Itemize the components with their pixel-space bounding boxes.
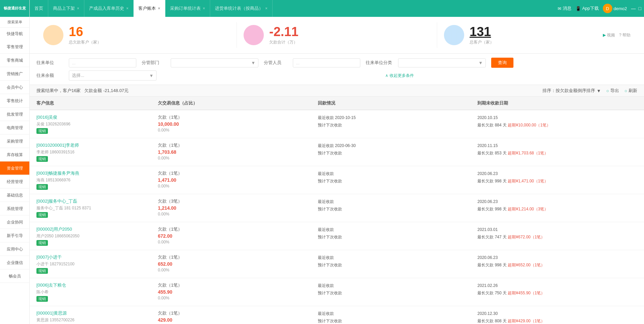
client-name-6[interactable]: [0006]去下粮仓 bbox=[36, 282, 158, 288]
quick-nav[interactable]: 快捷导航 bbox=[0, 28, 29, 40]
summary-info-3: 131 总客户（家） bbox=[470, 25, 494, 45]
sidebar-item-operations[interactable]: 经营管理 bbox=[0, 175, 29, 188]
tab-home[interactable]: 首页 bbox=[30, 0, 48, 17]
sidebar-item-retail_stats[interactable]: 零售统计 bbox=[0, 94, 29, 108]
status-tag-5: 现销 bbox=[36, 268, 48, 274]
debt-label-3: 欠款（3笔） bbox=[158, 198, 318, 204]
maximize-button[interactable]: □ bbox=[639, 6, 641, 11]
tab-close-customer_account[interactable]: × bbox=[158, 6, 160, 11]
filter-row-1: 往来单位 ... 分管部门 ▼ 分管人员 ... 往来单位分类 ▼ bbox=[36, 58, 637, 68]
person-input[interactable]: ... bbox=[293, 58, 360, 67]
debt-info-6: 欠款（1笔） 455.90 0.00% bbox=[158, 282, 318, 300]
balance-select[interactable]: 选择... ▼ bbox=[69, 70, 157, 81]
svg-rect-6 bbox=[457, 33, 461, 42]
tab-close-product_shelf[interactable]: × bbox=[77, 6, 79, 11]
department-select[interactable]: ▼ bbox=[171, 58, 258, 67]
tab-close-stock_history[interactable]: × bbox=[126, 6, 129, 11]
sidebar-item-wechat[interactable]: 企业微信 bbox=[0, 256, 29, 269]
overdue-link-6[interactable]: 超期¥455.90（1笔） bbox=[508, 291, 545, 295]
video-btn[interactable]: ▶ 视频 bbox=[603, 32, 615, 38]
due-date-1: 2020.11.15 bbox=[477, 142, 637, 150]
client-name-1[interactable]: [00010200001]李老师 bbox=[36, 142, 158, 148]
tab-close-stock_stats[interactable]: × bbox=[265, 6, 268, 11]
overdue-link-7[interactable]: 超期¥429.00（1笔） bbox=[508, 319, 545, 323]
summary-num-1: 16 bbox=[69, 25, 101, 38]
app-download-btn[interactable]: 📱 App下载 bbox=[576, 5, 599, 11]
overdue-link-5[interactable]: 超期¥652.00（1笔） bbox=[508, 263, 545, 267]
sidebar-item-purchase[interactable]: 采购管理 bbox=[0, 135, 29, 148]
minimize-button[interactable]: — bbox=[631, 6, 636, 11]
overdue-link-2[interactable]: 超期¥1,471.00（1笔） bbox=[508, 179, 548, 183]
tab-purchase_stats[interactable]: 采购订单统计表× bbox=[165, 0, 210, 17]
search-button[interactable]: 查询 bbox=[491, 58, 513, 68]
client-info-4: [000002]用户2050 用户2050 18665062050 现销 bbox=[36, 226, 158, 246]
tab-customer_account[interactable]: 客户账本× bbox=[134, 0, 165, 17]
user-avatar[interactable]: D demo2 bbox=[603, 4, 627, 13]
client-name-2[interactable]: [0003]畅捷服务尹海燕 bbox=[36, 170, 158, 176]
due-date-3: 2020.06.23 bbox=[477, 198, 637, 206]
table-header: 客户信息 欠交易信息（占比） 回款情况 到期未收款日期 bbox=[30, 97, 644, 110]
debt-info-0: 欠款（1笔） 10,000.00 0.00% bbox=[158, 114, 318, 132]
payback-info-7: 最近收款 预计下次收款 bbox=[318, 310, 478, 324]
nav-label-marketing: 营销推广 bbox=[7, 71, 23, 77]
overdue-link-0[interactable]: 超期¥10,000.00（1笔） bbox=[508, 123, 551, 127]
message-btn[interactable]: ✉ 消息 bbox=[558, 5, 571, 11]
tab-label-customer_account: 客户账本 bbox=[138, 5, 156, 11]
tab-close-purchase_stats[interactable]: × bbox=[203, 6, 205, 11]
sidebar-item-ecommerce[interactable]: 电商管理 bbox=[0, 121, 29, 135]
debt-amount-7: 429.00 bbox=[158, 317, 318, 323]
export-button[interactable]: ○ 导出 bbox=[606, 88, 619, 94]
sidebar-item-enterprise[interactable]: 企业协同 bbox=[0, 215, 29, 229]
collapse-button[interactable]: ∧ 收起更多条件 bbox=[385, 73, 414, 79]
sidebar-item-members[interactable]: 会员中心 bbox=[0, 81, 29, 94]
data-table: 客户信息 欠交易信息（占比） 回款情况 到期未收款日期 [0016]吴俊 吴俊 … bbox=[30, 97, 644, 324]
client-name-0[interactable]: [0016]吴俊 bbox=[36, 114, 158, 120]
client-name-3[interactable]: [0002]服务中心_丁磊 bbox=[36, 198, 158, 204]
category-label: 往来单位分类 bbox=[366, 60, 393, 66]
video-icon: ▶ bbox=[603, 33, 606, 37]
sidebar-item-retail_mgmt[interactable]: 零售管理 bbox=[0, 40, 29, 54]
sidebar-item-system[interactable]: 系统管理 bbox=[0, 202, 29, 215]
due-date-6: 2021.02.26 bbox=[477, 282, 637, 290]
overdue-days-2: 最长欠款 998 天 超期¥1,471.00（1笔） bbox=[477, 178, 637, 185]
payback-next-2: 预计下次收款 bbox=[318, 178, 478, 185]
sort-button[interactable]: 排序：按欠款金额倒序排序 ▼ bbox=[542, 88, 601, 94]
sidebar-item-batch_mgmt[interactable]: 批发管理 bbox=[0, 108, 29, 121]
col-payback: 回款情况 bbox=[318, 100, 478, 106]
debt-label-2: 欠款（1笔） bbox=[158, 170, 318, 176]
debt-ratio-3: 0.00% bbox=[158, 212, 318, 216]
payback-info-3: 最近收款 预计下次收款 bbox=[318, 198, 478, 213]
sidebar-item-marketing[interactable]: 营销推广 bbox=[0, 67, 29, 81]
tab-product_shelf[interactable]: 商品上下架× bbox=[48, 0, 84, 17]
svg-text:¥: ¥ bbox=[51, 31, 56, 39]
overdue-link-1[interactable]: 超期¥1,703.68（1笔） bbox=[508, 151, 548, 155]
sidebar-item-basic_info[interactable]: 基础信息 bbox=[0, 188, 29, 202]
sidebar-item-beginner[interactable]: 新手引导 bbox=[0, 229, 29, 242]
top-bar-right: ✉ 消息 📱 App下载 D demo2 bbox=[554, 4, 631, 13]
vendor-input[interactable]: ... bbox=[69, 58, 136, 67]
window-controls: — □ bbox=[631, 6, 644, 11]
sidebar-item-app_center[interactable]: 应用中心 bbox=[0, 242, 29, 256]
due-date-4: 2021.03.01 bbox=[477, 226, 637, 234]
overdue-link-3[interactable]: 超期¥1,214.00（3笔） bbox=[508, 207, 548, 211]
debt-ratio-2: 0.00% bbox=[158, 184, 318, 188]
payback-date-3: 最近收款 bbox=[318, 198, 478, 206]
client-name-7[interactable]: [000001]黄思源 bbox=[36, 310, 158, 316]
summary-icon-2: ◇ bbox=[244, 25, 264, 45]
refresh-button[interactable]: ○ 刷新 bbox=[624, 88, 637, 94]
collapse-icon: ∧ bbox=[385, 73, 388, 78]
person-label: 分管人员 bbox=[264, 60, 287, 66]
tab-stock_history[interactable]: 产成品入库单历史× bbox=[84, 0, 134, 17]
search-menu[interactable]: 搜索菜单 bbox=[0, 17, 29, 28]
sidebar-item-member[interactable]: 畅会员 bbox=[0, 269, 29, 283]
nav-label-batch_mgmt: 批发管理 bbox=[7, 112, 23, 117]
category-select[interactable]: ▼ bbox=[398, 58, 486, 67]
client-name-5[interactable]: [0007]小进干 bbox=[36, 254, 158, 260]
help-btn[interactable]: ? 帮助 bbox=[619, 32, 631, 38]
client-name-4[interactable]: [000002]用户2050 bbox=[36, 226, 158, 232]
overdue-link-4[interactable]: 超期¥672.00（1笔） bbox=[508, 235, 545, 239]
sidebar-item-retail_mall[interactable]: 零售商城 bbox=[0, 54, 29, 67]
tab-stock_stats[interactable]: 进货单统计表（按商品）× bbox=[210, 0, 273, 17]
sidebar-item-stock[interactable]: 库存核算 bbox=[0, 148, 29, 161]
sidebar-item-finance[interactable]: 资金管理 bbox=[0, 161, 29, 175]
